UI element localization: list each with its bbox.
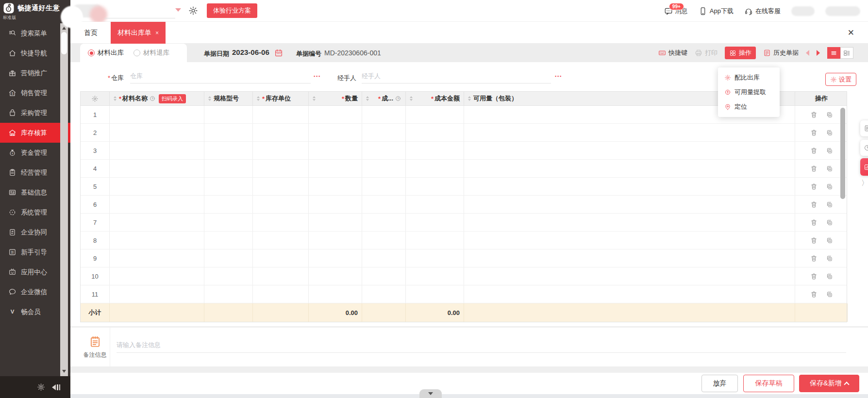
table-scrollbar-thumb[interactable] — [840, 108, 845, 199]
delete-row-button[interactable] — [810, 201, 818, 208]
experience-industry-button[interactable]: 体验行业方案 — [207, 3, 257, 18]
table-cell-amount[interactable] — [406, 196, 464, 213]
table-cell-name[interactable] — [110, 160, 204, 177]
table-cell-spec[interactable] — [204, 249, 253, 267]
copy-row-button[interactable] — [826, 273, 833, 280]
table-cell-unit[interactable] — [253, 249, 309, 267]
scrollbar-thumb[interactable] — [61, 32, 67, 54]
company-select-chevron-down-icon[interactable] — [175, 8, 181, 12]
table-cell-unit[interactable] — [253, 106, 309, 123]
table-cell-avail[interactable] — [464, 267, 795, 285]
table-cell-name[interactable] — [110, 214, 204, 231]
table-cell-qty[interactable] — [309, 267, 362, 285]
table-cell-spec[interactable] — [204, 124, 253, 141]
table-cell-unit[interactable] — [253, 178, 309, 195]
handler-input[interactable] — [362, 69, 551, 83]
table-cell-avail[interactable] — [464, 142, 795, 159]
table-cell-name[interactable] — [110, 142, 204, 159]
table-cell-price[interactable] — [362, 142, 406, 159]
floating-widget-2[interactable] — [860, 140, 868, 156]
sidebar-item-marketing[interactable]: 营销推广 — [0, 63, 60, 83]
table-cell-spec[interactable] — [204, 232, 253, 249]
floating-widget-report[interactable] — [860, 158, 868, 176]
cancel-button[interactable]: 放弃 — [701, 375, 738, 392]
delete-row-button[interactable] — [810, 183, 818, 190]
table-cell-amount[interactable] — [406, 267, 464, 285]
sort-carets-icon[interactable] — [366, 96, 369, 101]
table-cell-unit[interactable] — [253, 124, 309, 141]
table-cell-unit[interactable] — [253, 214, 309, 231]
scan-entry-badge[interactable]: 扫码录入 — [159, 94, 186, 103]
table-cell-qty[interactable] — [309, 285, 362, 303]
copy-row-button[interactable] — [826, 219, 833, 226]
messages-button[interactable]: 消息 99+ — [664, 7, 688, 16]
topbar-gear-icon[interactable] — [188, 6, 198, 16]
table-cell-qty[interactable] — [309, 124, 362, 141]
table-cell-amount[interactable] — [406, 178, 464, 195]
radio-unselected-icon[interactable] — [134, 50, 140, 56]
list-view-button[interactable] — [827, 47, 840, 59]
history-docs-button[interactable]: 历史单据 — [763, 49, 799, 57]
table-header-cell-amount[interactable]: *成本金额 — [406, 92, 464, 105]
table-cell-amount[interactable] — [406, 124, 464, 141]
sidebar-item-search[interactable]: 搜索菜单 — [0, 23, 60, 43]
sidebar-item-basic-info[interactable]: 基础信息 — [0, 182, 60, 202]
operate-menu-item[interactable]: 可用量提取 — [718, 85, 780, 100]
next-doc-icon[interactable] — [817, 50, 820, 56]
sort-carets-icon[interactable] — [313, 96, 316, 101]
sort-carets-icon[interactable] — [410, 96, 413, 101]
table-cell-unit[interactable] — [253, 196, 309, 213]
sidebar-scrollbar[interactable] — [60, 23, 68, 376]
table-header-cell-name[interactable]: *材料名称?扫码录入 — [110, 92, 204, 105]
warehouse-input[interactable] — [130, 69, 311, 83]
sidebar-collapse-icon[interactable] — [52, 384, 60, 390]
table-cell-price[interactable] — [362, 214, 406, 231]
table-cell-amount[interactable] — [406, 142, 464, 159]
delete-row-button[interactable] — [810, 291, 818, 298]
table-cell-name[interactable] — [110, 232, 204, 249]
table-cell-spec[interactable] — [204, 178, 253, 195]
sidebar-item-purchase[interactable]: 采购管理 — [0, 103, 60, 123]
table-cell-qty[interactable] — [309, 106, 362, 123]
layout-view-button[interactable] — [840, 47, 853, 59]
table-header-cell-qty[interactable]: *数量 — [309, 92, 362, 105]
table-cell-amount[interactable] — [406, 214, 464, 231]
sidebar-item-quick-nav[interactable]: 快捷导航 — [0, 43, 60, 63]
table-cell-spec[interactable] — [204, 160, 253, 177]
table-cell-qty[interactable] — [309, 160, 362, 177]
table-cell-avail[interactable] — [464, 214, 795, 231]
radio-selected-icon[interactable] — [88, 50, 95, 56]
copy-row-button[interactable] — [826, 201, 833, 208]
sidebar-item-sales[interactable]: $销售管理 — [0, 83, 60, 103]
table-cell-price[interactable] — [362, 160, 406, 177]
delete-row-button[interactable] — [810, 147, 818, 154]
table-cell-unit[interactable] — [253, 232, 309, 249]
table-cell-amount[interactable] — [406, 249, 464, 267]
table-cell-qty[interactable] — [309, 214, 362, 231]
scroll-down-icon[interactable] — [62, 370, 66, 373]
table-cell-spec[interactable] — [204, 285, 253, 303]
calendar-icon[interactable] — [274, 49, 283, 57]
tab-home[interactable]: 首页 — [80, 22, 101, 44]
prev-doc-icon[interactable] — [806, 50, 809, 56]
scroll-up-icon[interactable] — [62, 27, 66, 30]
sort-carets-icon[interactable] — [257, 96, 260, 101]
delete-row-button[interactable] — [810, 255, 818, 262]
table-cell-name[interactable] — [110, 106, 204, 123]
help-icon[interactable]: ? — [395, 95, 401, 102]
doc-date-value[interactable]: 2023-06-06 — [232, 48, 269, 56]
copy-row-button[interactable] — [826, 165, 833, 172]
copy-row-button[interactable] — [826, 129, 833, 136]
radio-material-outbound[interactable]: 材料出库 — [88, 49, 124, 57]
operate-menu-item[interactable]: 配比出库 — [718, 70, 780, 85]
radio-material-return[interactable]: 材料退库 — [134, 49, 169, 57]
table-cell-name[interactable] — [110, 267, 204, 285]
remarks-input[interactable] — [117, 337, 846, 353]
table-cell-price[interactable] — [362, 124, 406, 141]
table-cell-name[interactable] — [110, 178, 204, 195]
table-cell-name[interactable] — [110, 124, 204, 141]
floating-widget-1[interactable] — [860, 120, 868, 136]
handler-picker-ellipsis[interactable]: ⋯ — [554, 72, 562, 81]
sidebar-item-system[interactable]: 系统管理 — [0, 202, 60, 222]
sidebar-item-funds[interactable]: ¥资金管理 — [0, 143, 60, 163]
